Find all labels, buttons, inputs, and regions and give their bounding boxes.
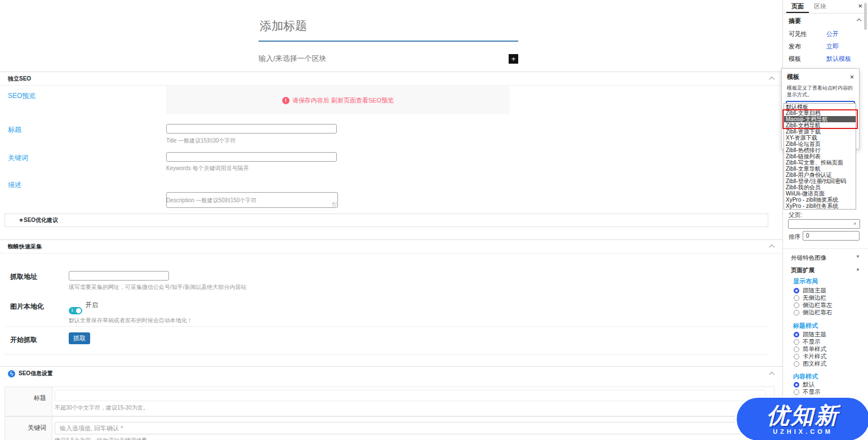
summary-heading[interactable]: 摘要: [789, 17, 801, 25]
template-option[interactable]: Zibll-我的会员: [784, 184, 856, 190]
triangle-down-icon[interactable]: ▼: [856, 254, 860, 259]
visibility-label: 可见性: [789, 30, 807, 38]
radio-icon: [794, 310, 799, 315]
template-option[interactable]: Zibll-热榜排行: [784, 147, 856, 153]
uzhix-watermark-logo: 优知新 UZHIX.COM: [735, 395, 868, 440]
info-keywords-input[interactable]: [55, 422, 741, 434]
grab-url-help: 填写需要采集的网址，可采集微信公众号/知乎/新闻以及绝大部分内容站: [69, 283, 247, 291]
parent-page-input[interactable]: [788, 219, 860, 229]
toggle-state-text: 开启: [86, 301, 98, 309]
toggle-value: 1: [71, 308, 73, 313]
template-option[interactable]: WiiUii-微语页面: [784, 190, 856, 197]
info-keywords-label: 关键词: [5, 417, 52, 440]
start-grab-label: 开始抓取: [10, 335, 37, 345]
template-option[interactable]: Zibll-用户身份认证: [784, 172, 856, 178]
collapse-chevron-icon[interactable]: [769, 77, 774, 82]
seo-title-input[interactable]: [166, 124, 337, 134]
editor-canvas: 添加标题 输入/来选择一个区块 + 独立SEO SEO预览 ! 请保存内容后 刷…: [0, 0, 782, 440]
radio-title-style-1[interactable]: 不显示: [794, 338, 821, 346]
clear-icon[interactable]: ×: [853, 221, 856, 226]
radio-icon: [794, 389, 799, 395]
radio-icon: [794, 288, 799, 294]
radio-title-style-2[interactable]: 简单样式: [794, 345, 826, 353]
seo-info-header[interactable]: ϟ SEO信息设置: [0, 367, 782, 380]
radio-icon: [794, 354, 799, 359]
radio-title-style-4[interactable]: 图文样式: [794, 360, 826, 368]
collapse-chevron-icon[interactable]: [857, 19, 861, 23]
radio-content-style-0[interactable]: 默认: [794, 381, 814, 389]
grab-url-input[interactable]: [69, 271, 169, 281]
content-style-heading: 内容样式: [793, 372, 818, 381]
collapse-chevron-icon[interactable]: [769, 245, 774, 250]
tab-page[interactable]: 页面: [786, 0, 809, 13]
template-label: 模板: [789, 55, 801, 63]
template-option[interactable]: XY-资源下载: [784, 135, 856, 141]
sidebar-tabbar: 页面 区块 ×: [783, 0, 868, 14]
triangle-up-icon[interactable]: ▲: [856, 266, 860, 272]
lightning-icon: ϟ: [8, 370, 15, 377]
seo-preview-notice: ! 请保存内容后 刷新页面查看SEO预览: [166, 86, 510, 114]
tab-block[interactable]: 区块: [809, 0, 831, 13]
radio-layout-0[interactable]: 跟随主题: [794, 287, 826, 295]
resize-handle-icon[interactable]: [332, 202, 337, 207]
radio-title-style-0[interactable]: 跟随主题: [794, 331, 826, 339]
layout-group-heading: 显示布局: [793, 277, 818, 286]
publish-value-link[interactable]: 立即: [826, 42, 839, 51]
popover-title: 模板: [787, 73, 799, 81]
independent-seo-header[interactable]: 独立SEO: [0, 72, 782, 86]
template-option[interactable]: Zibll-资源下载: [784, 128, 856, 135]
image-localize-label: 图片本地化: [10, 302, 44, 312]
radio-icon: [794, 382, 799, 388]
info-title-help: 不超30个中文字符，建议15-30为宜。: [55, 404, 766, 412]
radio-content-style-1[interactable]: 不显示: [794, 388, 821, 396]
info-keywords-help: 建议3-5个为宜，切勿进行关键词堆叠。: [55, 437, 766, 440]
seo-title-help: Title 一般建议15到30个字符: [166, 137, 236, 145]
template-option[interactable]: XyPro - zibll抽奖系统: [784, 197, 856, 203]
spider-collector-header[interactable]: 蜘蛛快速采集: [0, 240, 782, 254]
info-title-input[interactable]: [55, 390, 766, 401]
page-extension-heading[interactable]: 页面扩展: [791, 266, 814, 274]
seo-suggestion-box[interactable]: ★SEO优化建议: [5, 214, 768, 227]
close-icon[interactable]: ×: [858, 2, 862, 10]
template-option[interactable]: Zibll-文章归档: [784, 110, 856, 116]
radio-layout-3[interactable]: 侧边栏靠右: [794, 309, 833, 317]
post-title-input[interactable]: 添加标题: [259, 15, 518, 42]
collapse-chevron-icon[interactable]: [769, 371, 774, 377]
add-block-button[interactable]: +: [509, 54, 518, 64]
template-option[interactable]: Zibll-登录/注册/找回密码: [784, 178, 856, 184]
radio-title-style-3[interactable]: 卡片样式: [794, 353, 826, 361]
featured-image-heading[interactable]: 外链特色图像: [791, 254, 826, 262]
radio-icon: [794, 303, 799, 308]
seo-description-label: 描述: [8, 180, 21, 190]
radio-icon: [794, 346, 799, 352]
template-option[interactable]: XyPro - zibll任务系统: [784, 203, 856, 209]
spider-collector-panel: 蜘蛛快速采集 抓取地址 填写需要采集的网址，可采集微信公众号/知乎/新闻以及绝大…: [0, 239, 782, 366]
template-value-link[interactable]: 默认模板: [826, 55, 851, 63]
panel-title: 蜘蛛快速采集: [8, 243, 42, 251]
seo-info-panel: ϟ SEO信息设置 标题 不超30个中文字符，建议15-30为宜。 关键词 建议…: [0, 366, 782, 440]
info-title-label: 标题: [5, 387, 52, 416]
template-option[interactable]: Zibll-文章导航: [784, 166, 856, 172]
block-appender[interactable]: 输入/来选择一个区块: [259, 54, 327, 64]
image-localize-toggle[interactable]: 1: [69, 307, 82, 314]
close-icon[interactable]: ×: [850, 73, 854, 81]
scrollbar-thumb[interactable]: [864, 3, 867, 30]
image-localize-help: 默认文章保存草稿或者发布的时候会自动本地化！: [69, 317, 193, 325]
template-option[interactable]: Zibll-文档导航: [784, 122, 856, 128]
template-option[interactable]: Zibll-写文章、投稿页面: [784, 159, 856, 166]
panel-title: 独立SEO: [8, 75, 31, 83]
radio-layout-1[interactable]: 无侧边栏: [794, 294, 826, 302]
grab-button[interactable]: 抓取: [69, 332, 90, 344]
seo-keywords-help: Keywords 每个关键词用逗号隔开: [166, 165, 249, 172]
order-input[interactable]: [803, 231, 860, 241]
grab-url-label: 抓取地址: [10, 272, 37, 282]
radio-layout-2[interactable]: 侧边栏靠左: [794, 301, 833, 309]
template-option[interactable]: Zibll-链接列表: [784, 153, 856, 159]
radio-icon: [794, 339, 799, 345]
radio-icon: [794, 295, 799, 301]
template-option-highlighted[interactable]: Maosiji-文档导航: [784, 116, 856, 122]
seo-keywords-input[interactable]: [166, 152, 337, 162]
visibility-value-link[interactable]: 公开: [826, 30, 839, 38]
template-option[interactable]: 默认模板: [784, 104, 856, 110]
template-option[interactable]: Zibll-论坛首页: [784, 141, 856, 147]
